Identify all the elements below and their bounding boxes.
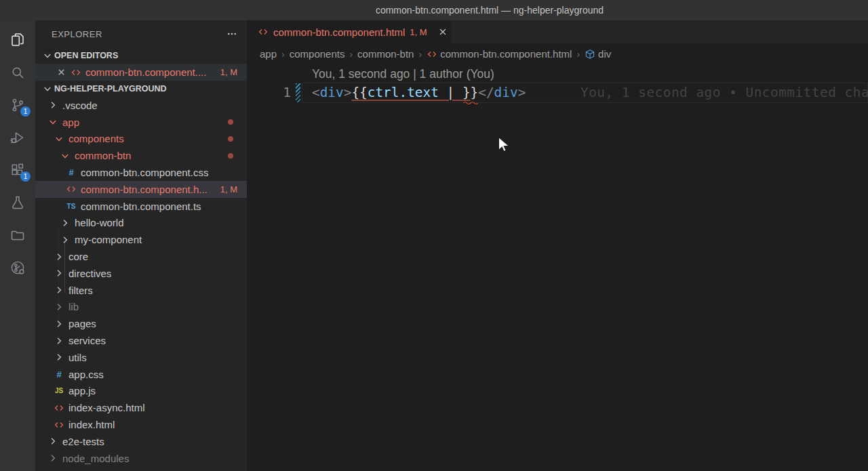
sidebar-title: EXPLORER xyxy=(52,29,226,39)
breadcrumb-item-components[interactable]: components xyxy=(290,48,345,60)
error-squiggle xyxy=(463,100,478,104)
tree-item-app[interactable]: app xyxy=(35,114,247,131)
code-token: > xyxy=(518,85,526,100)
explorer-sidebar: EXPLORER OPEN EDITORS common-btn.compone… xyxy=(35,20,247,471)
breadcrumb-label: common-btn xyxy=(357,48,414,60)
html-icon xyxy=(427,49,437,60)
close-icon[interactable] xyxy=(56,67,66,78)
chevron-right-icon xyxy=(54,352,64,363)
breadcrumb-item-common-btn-component-html[interactable]: common-btn.component.html xyxy=(427,48,572,60)
tree-item-services[interactable]: services xyxy=(35,332,247,349)
code-token: {{ xyxy=(351,85,367,100)
open-editor-item[interactable]: common-btn.component.... 1, M xyxy=(35,64,247,81)
open-editor-filename: common-btn.component.... xyxy=(85,66,206,78)
tree-item-index-html[interactable]: index.html xyxy=(35,416,247,433)
tree-item-index-async-html[interactable]: index-async.html xyxy=(35,399,247,416)
tree-item-components[interactable]: components xyxy=(35,131,247,148)
chevron-right-icon xyxy=(47,436,58,447)
sidebar-header: EXPLORER xyxy=(35,20,247,47)
tree-item-my-component[interactable]: my-component xyxy=(35,231,247,248)
code-token: | xyxy=(439,85,462,100)
activity-explorer[interactable] xyxy=(0,24,35,56)
tree-item-label: hello-world xyxy=(75,217,124,228)
tree-item-app-css[interactable]: #app.css xyxy=(35,366,247,383)
problems-modified-badge: 1, M xyxy=(220,184,237,194)
tree-item-label: index-async.html xyxy=(68,402,145,413)
chevron-right-icon xyxy=(47,453,58,464)
code-line-1[interactable]: 1 <div>{{ctrl.text | }}</div> You, 1 sec… xyxy=(247,83,868,103)
search-icon xyxy=(9,64,26,81)
project-root-header[interactable]: NG-HELPER-PLAYGROUND xyxy=(35,81,247,97)
tree-item-label: core xyxy=(68,251,88,262)
activity-gitlens[interactable] xyxy=(0,251,35,284)
activity-testing[interactable] xyxy=(0,186,35,219)
tree-item-label: common-btn.component.h... xyxy=(81,184,208,195)
activity-extensions[interactable]: 1 xyxy=(0,154,35,186)
chevron-right-icon xyxy=(54,251,64,262)
tree-item-label: filters xyxy=(68,285,93,296)
tree-item-app-js[interactable]: JSapp.js xyxy=(35,383,247,400)
chevron-right-icon xyxy=(60,218,71,228)
tree-item-label: utils xyxy=(68,352,87,363)
tree-item-label: common-btn xyxy=(75,150,131,161)
chevron-down-icon xyxy=(60,150,71,161)
breadcrumb-item-app[interactable]: app xyxy=(260,48,277,60)
breadcrumb-separator: › xyxy=(418,49,422,60)
html-file-icon xyxy=(54,403,64,413)
tree-item-label: app xyxy=(62,117,79,128)
breadcrumb-item-div[interactable]: div xyxy=(585,48,611,60)
open-editors-header[interactable]: OPEN EDITORS xyxy=(35,47,247,64)
activity-run-debug[interactable] xyxy=(0,121,35,154)
breadcrumb-label: div xyxy=(598,48,611,60)
activity-bar: 11 xyxy=(0,20,35,471)
tree-item-pages[interactable]: pages xyxy=(35,315,247,332)
codelens-blame[interactable]: You, 1 second ago | 1 author (You) xyxy=(247,64,868,83)
tree-item--vscode[interactable]: .vscode xyxy=(35,97,247,114)
chevron-down-icon xyxy=(42,50,53,61)
tree-item-common-btn-component-h-[interactable]: common-btn.component.h...1, M xyxy=(35,181,247,198)
tab-close-icon[interactable] xyxy=(437,26,448,37)
chevron-right-icon xyxy=(54,335,64,346)
mouse-cursor xyxy=(496,136,509,154)
chevron-right-icon xyxy=(47,100,58,110)
tree-item-common-btn-component-css[interactable]: #common-btn.component.css xyxy=(35,164,247,181)
tab-common-btn-component-html[interactable]: common-btn.component.html 1, M xyxy=(247,20,451,43)
tree-item-lib[interactable]: lib xyxy=(35,299,247,316)
chevron-right-icon xyxy=(54,285,64,295)
activity-source-control[interactable]: 1 xyxy=(0,89,35,121)
tree-item-label: components xyxy=(68,133,124,144)
code-token: div xyxy=(320,85,344,100)
tree-item-directives[interactable]: directives xyxy=(35,265,247,282)
line-number: 1 xyxy=(247,83,291,103)
beaker-icon xyxy=(9,194,26,211)
chevron-down-icon xyxy=(54,134,64,144)
code-token: > xyxy=(344,85,352,100)
activity-search[interactable] xyxy=(0,56,35,89)
tree-item-label: e2e-tests xyxy=(62,436,104,447)
tree-item-node-modules[interactable]: node_modules xyxy=(35,450,247,467)
tree-item-label: .vscode xyxy=(62,100,98,111)
code-text[interactable]: <div>{{ctrl.text | }}</div> xyxy=(312,83,526,103)
tab-bar: common-btn.component.html 1, M xyxy=(247,20,868,43)
tree-item-label: app.js xyxy=(68,385,96,396)
activity-file-explorer[interactable] xyxy=(0,219,35,251)
modified-line-gutter xyxy=(296,83,300,102)
chevron-right-icon xyxy=(54,302,64,312)
tree-item-utils[interactable]: utils xyxy=(35,349,247,366)
tree-item-e2e-tests[interactable]: e2e-tests xyxy=(35,433,247,450)
code-token: } xyxy=(462,85,471,100)
breadcrumb-item-common-btn[interactable]: common-btn xyxy=(357,48,414,60)
code-token: </ xyxy=(478,85,494,100)
ts-file-icon: TS xyxy=(66,201,77,211)
breadcrumb: app›components›common-btn›common-btn.com… xyxy=(247,43,868,64)
breadcrumb-label: common-btn.component.html xyxy=(440,48,572,60)
tree-item-hello-world[interactable]: hello-world xyxy=(35,215,247,232)
html-file-icon xyxy=(54,419,64,430)
tree-item-filters[interactable]: filters xyxy=(35,282,247,299)
tree-item-core[interactable]: core xyxy=(35,248,247,265)
tree-item-common-btn-component-ts[interactable]: TScommon-btn.component.ts xyxy=(35,198,247,215)
js-file-icon: JS xyxy=(54,386,64,396)
more-actions-icon[interactable] xyxy=(226,28,237,39)
tree-item-common-btn[interactable]: common-btn xyxy=(35,147,247,164)
chevron-right-icon xyxy=(60,234,71,245)
